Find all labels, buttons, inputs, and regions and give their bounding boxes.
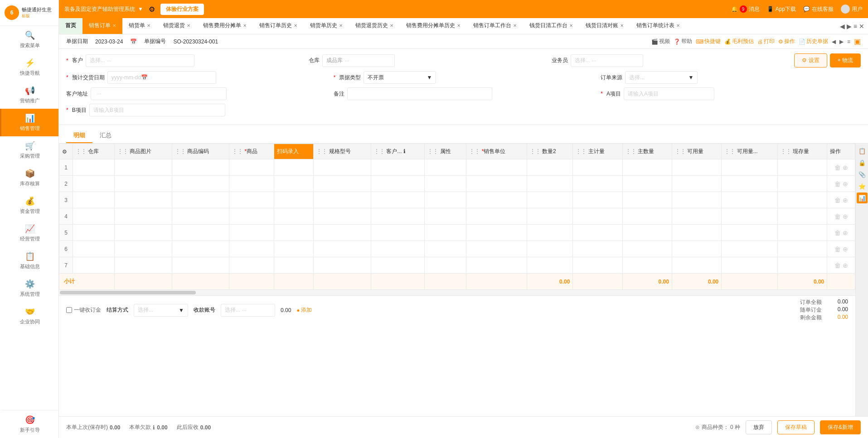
tab-close-report[interactable]: ✕ <box>676 23 680 28</box>
sidebar-item-sales[interactable]: 📊 销售管理 <box>0 109 58 136</box>
tab-expense-history[interactable]: 销售费用分摊单历史 ✕ <box>400 18 467 34</box>
quick-confirm-input[interactable] <box>66 307 72 313</box>
delete-row-icon[interactable]: 🗑 <box>834 180 841 188</box>
th-available2[interactable]: ⋮⋮ 可用量... <box>722 144 778 159</box>
tab-close-expense-hist[interactable]: ✕ <box>457 23 461 28</box>
sidebar-item-quick-nav[interactable]: ⚡ 快捷导航 <box>0 53 58 81</box>
invoice-select[interactable]: 不开票 ▼ <box>364 71 436 84</box>
delete-row-icon[interactable]: 🗑 <box>834 213 841 220</box>
online-service[interactable]: 💬 在线客服 <box>803 5 834 13</box>
tab-menu-icon[interactable]: ≡ <box>853 23 857 30</box>
tab-summary[interactable]: 汇总 <box>92 129 119 143</box>
profit-preview-link[interactable]: 💰 毛利预估 <box>724 38 754 45</box>
print-link[interactable]: 🖨 打印 <box>757 38 775 45</box>
tab-close-order-hist[interactable]: ✕ <box>294 23 297 28</box>
th-current[interactable]: ⋮⋮ 现存量 <box>777 144 827 159</box>
tab-close-return-hist[interactable]: ✕ <box>390 23 393 28</box>
th-settings[interactable]: ⚙ <box>59 144 73 159</box>
a-project-input[interactable]: 请输入A项目 <box>624 87 714 100</box>
customer-input[interactable]: 选择... ··· <box>86 54 194 67</box>
copy-row-icon[interactable]: ⊕ <box>843 229 848 236</box>
th-warehouse[interactable]: ⋮⋮ 仓库 <box>73 144 115 159</box>
th-attr[interactable]: ⋮⋮ 属性 <box>425 144 466 159</box>
tab-return-history[interactable]: 销货退货历史 ✕ <box>349 18 400 34</box>
sidebar-item-system[interactable]: ⚙️ 系统管理 <box>0 274 58 302</box>
tab-close-all-icon[interactable]: ✕ <box>859 23 864 30</box>
tab-expense-split[interactable]: 销售费用分摊单 ✕ <box>197 18 253 34</box>
tab-close-workbench[interactable]: ✕ <box>513 23 517 28</box>
right-icon-chart[interactable]: 📊 <box>857 193 868 203</box>
right-icon-doc[interactable]: 📋 <box>857 145 868 156</box>
copy-row-icon[interactable]: ⊕ <box>843 213 848 220</box>
shortcut-link[interactable]: ⌨ 快捷键 <box>696 38 721 45</box>
sidebar-item-enterprise[interactable]: 🤝 企业协同 <box>0 302 58 330</box>
salesperson-input[interactable]: 选择... ··· <box>571 54 643 67</box>
copy-row-icon[interactable]: ⊕ <box>843 197 848 204</box>
discard-button[interactable]: 放弃 <box>746 420 772 434</box>
sidebar-item-marketing[interactable]: 📢 营销推广 <box>0 81 58 109</box>
nav-prev-icon[interactable]: ◀ <box>832 39 836 45</box>
tab-close-reconcile[interactable]: ✕ <box>620 23 624 28</box>
layout-icon[interactable]: ≡ <box>847 39 850 45</box>
sidebar-item-inventory[interactable]: 📦 库存核算 <box>0 164 58 192</box>
nav-next-icon[interactable]: ▶ <box>839 39 844 45</box>
add-payment-btn[interactable]: ● 添加 <box>296 306 311 314</box>
account-input[interactable]: 选择... ··· <box>221 304 275 317</box>
sidebar-item-purchase[interactable]: 🛒 采购管理 <box>0 136 58 164</box>
th-main-qty[interactable]: ⋮⋮ 主数量 <box>622 144 672 159</box>
info-icon[interactable]: ℹ <box>153 424 155 431</box>
right-icon-attach[interactable]: 📎 <box>857 169 868 180</box>
b-project-input[interactable]: 请输入B项目 <box>89 104 225 116</box>
expand-icon[interactable]: ▣ <box>854 37 861 46</box>
th-customer-code[interactable]: ⋮⋮ 客户... ℹ <box>371 144 424 159</box>
tab-close-expense[interactable]: ✕ <box>243 23 247 28</box>
tab-close-sales-goods[interactable]: ✕ <box>147 23 150 28</box>
address-input[interactable]: ··· <box>91 87 227 100</box>
delete-row-icon[interactable]: 🗑 <box>834 229 841 236</box>
delete-row-icon[interactable]: 🗑 <box>834 197 841 204</box>
th-qty2[interactable]: ⋮⋮ 数量2 <box>527 144 573 159</box>
app-download[interactable]: 📱 App下载 <box>767 5 796 13</box>
notification-bell[interactable]: 🔔 9 消息 <box>731 5 760 13</box>
tab-cash-workbench[interactable]: 钱货日清工作台 ✕ <box>523 18 579 34</box>
goods-btn[interactable]: + 物流 <box>830 53 861 67</box>
tab-close-sales-order[interactable]: ✕ <box>112 23 116 28</box>
calendar-icon[interactable]: 📅 <box>130 39 137 45</box>
th-scan[interactable]: 扫码录入 <box>274 144 314 159</box>
tab-goods-history[interactable]: 销货单历史 ✕ <box>304 18 349 34</box>
settings-icon[interactable]: ⚙ <box>149 5 155 14</box>
delivery-input[interactable]: yyyy-mm-dd 📅 <box>107 71 216 84</box>
order-source-select[interactable]: 选择... ▼ <box>625 71 698 84</box>
tab-sales-order[interactable]: 销售订单 ✕ <box>82 18 122 34</box>
help-link[interactable]: ❓ 帮助 <box>674 38 692 45</box>
tab-sales-report[interactable]: 销售订单统计表 ✕ <box>630 18 686 34</box>
sidebar-item-finance[interactable]: 💰 资金管理 <box>0 192 58 219</box>
history-link[interactable]: 📄 历史单据 <box>799 38 828 45</box>
copy-row-icon[interactable]: ⊕ <box>843 180 848 188</box>
settings-btn[interactable]: ⚙ 设置 <box>794 53 827 67</box>
scroll-thumb[interactable] <box>60 291 196 294</box>
payment-method-select[interactable]: 选择... ▼ <box>134 304 188 317</box>
user-menu[interactable]: 用户 <box>841 5 863 14</box>
copy-row-icon[interactable]: ⊕ <box>843 164 848 171</box>
tab-next-icon[interactable]: ▶ <box>847 23 852 30</box>
tab-cash-reconcile[interactable]: 钱货日清对账 ✕ <box>579 18 630 34</box>
th-unit[interactable]: ⋮⋮ *销售单位 <box>466 144 527 159</box>
save-draft-button[interactable]: 保存草稿 <box>777 420 815 434</box>
th-image[interactable]: ⋮⋮ 商品图片 <box>115 144 172 159</box>
right-icon-lock[interactable]: 🔒 <box>857 157 868 168</box>
tab-order-workbench[interactable]: 销售订单工作台 ✕ <box>467 18 523 34</box>
right-icon-star[interactable]: ⭐ <box>857 181 868 192</box>
dropdown-icon[interactable]: ▼ <box>138 6 143 12</box>
copy-row-icon[interactable]: ⊕ <box>843 245 848 253</box>
warehouse-input[interactable]: 成品库 ··· <box>322 54 395 67</box>
th-code[interactable]: ⋮⋮ 商品编码 <box>172 144 229 159</box>
tab-prev-icon[interactable]: ◀ <box>840 23 845 30</box>
operation-link[interactable]: ⚙ 操作 <box>778 38 795 45</box>
th-available[interactable]: ⋮⋮ 可用量 <box>672 144 721 159</box>
tab-close-goods-hist[interactable]: ✕ <box>339 23 343 28</box>
tab-order-history[interactable]: 销售订单历史 ✕ <box>253 18 304 34</box>
th-product[interactable]: ⋮⋮ *商品 <box>229 144 274 159</box>
experience-button[interactable]: 体验行业方案 <box>160 4 204 15</box>
sidebar-item-management[interactable]: 📈 经营管理 <box>0 219 58 247</box>
